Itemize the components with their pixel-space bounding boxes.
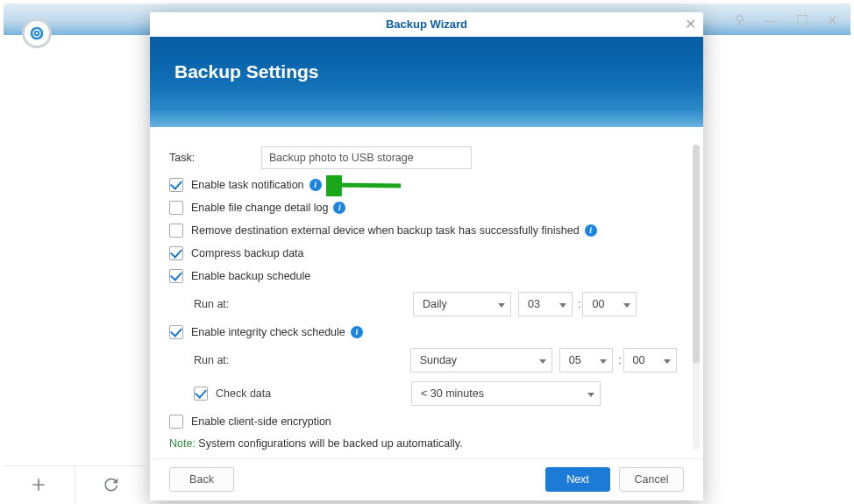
schedule-frequency-select[interactable]: Daily	[413, 292, 511, 316]
cancel-button[interactable]: Cancel	[619, 467, 684, 492]
backup-wizard-modal: Backup Wizard ✕ Backup Settings Task: En…	[150, 12, 703, 500]
modal-titlebar[interactable]: Backup Wizard ✕	[150, 12, 703, 37]
schedule-runat-label: Run at:	[194, 298, 413, 310]
schedule-hour-select[interactable]: 03	[518, 292, 573, 316]
integrity-minute-select[interactable]: 00	[623, 348, 677, 373]
time-colon: :	[618, 354, 621, 366]
back-button[interactable]: Back	[169, 467, 234, 492]
info-icon[interactable]: i	[310, 179, 322, 191]
plus-icon	[30, 476, 47, 493]
compress-checkbox[interactable]	[169, 246, 183, 260]
sidebar-bottom-toolbar	[4, 465, 146, 502]
encryption-checkbox[interactable]	[169, 415, 183, 429]
note-row: Note: System configurations will be back…	[169, 437, 684, 450]
modal-header: Backup Settings	[150, 37, 703, 127]
enable-notification-checkbox[interactable]	[169, 178, 183, 192]
check-data-checkbox[interactable]	[194, 387, 208, 401]
chevron-down-icon	[575, 387, 594, 400]
chevron-down-icon	[651, 354, 671, 366]
backup-app-glyph-icon	[30, 26, 44, 40]
chevron-down-icon	[587, 354, 607, 366]
chevron-down-icon	[547, 298, 566, 310]
history-button[interactable]	[75, 466, 146, 502]
window-pin-icon[interactable]: ⚲	[735, 12, 744, 28]
remove-external-label: Remove destination external device when …	[191, 224, 580, 237]
info-icon[interactable]: i	[585, 224, 597, 237]
schedule-minute-select[interactable]: 00	[582, 292, 637, 316]
modal-body: Task: Enable task notification i Enable …	[150, 127, 703, 458]
info-icon[interactable]: i	[351, 326, 363, 338]
backup-schedule-checkbox[interactable]	[169, 269, 183, 283]
task-label: Task:	[169, 152, 261, 164]
time-colon: :	[578, 298, 580, 310]
window-controls: ⚲ — ☐ ✕	[735, 12, 838, 28]
enable-notification-label: Enable task notification	[191, 179, 304, 191]
note-label: Note:	[169, 437, 196, 450]
enable-filelog-checkbox[interactable]	[169, 201, 183, 215]
compress-label: Compress backup data	[191, 247, 304, 259]
chevron-down-icon	[611, 298, 630, 310]
window-minimize-icon[interactable]: —	[764, 12, 777, 28]
modal-footer: Back Next Cancel	[150, 458, 703, 500]
backup-schedule-label: Enable backup schedule	[191, 270, 310, 282]
enable-filelog-label: Enable file change detail log	[191, 202, 328, 214]
check-data-duration-select[interactable]: < 30 minutes	[411, 381, 601, 406]
modal-title: Backup Wizard	[386, 18, 467, 31]
integrity-runat-label: Run at:	[194, 354, 410, 366]
integrity-schedule-checkbox[interactable]	[169, 325, 183, 339]
task-name-input[interactable]	[261, 146, 472, 169]
scrollbar-thumb[interactable]	[693, 145, 700, 364]
window-maximize-icon[interactable]: ☐	[796, 12, 808, 28]
integrity-day-select[interactable]: Sunday	[410, 348, 552, 373]
integrity-hour-select[interactable]: 05	[559, 348, 613, 373]
history-icon	[102, 476, 119, 493]
app-icon[interactable]	[25, 21, 49, 46]
add-button[interactable]	[4, 466, 75, 502]
close-icon[interactable]: ✕	[685, 16, 696, 32]
remove-external-checkbox[interactable]	[169, 224, 183, 238]
check-data-label: Check data	[216, 387, 411, 400]
chevron-down-icon	[527, 354, 546, 366]
encryption-label: Enable client-side encryption	[191, 415, 331, 428]
svg-point-3	[36, 32, 39, 35]
next-button[interactable]: Next	[545, 467, 610, 492]
info-icon[interactable]: i	[333, 202, 345, 214]
chevron-down-icon	[486, 298, 505, 310]
integrity-schedule-label: Enable integrity check schedule	[191, 326, 345, 338]
window-close-icon[interactable]: ✕	[827, 12, 838, 28]
note-text: System configurations will be backed up …	[196, 437, 463, 450]
page-title: Backup Settings	[174, 61, 703, 82]
